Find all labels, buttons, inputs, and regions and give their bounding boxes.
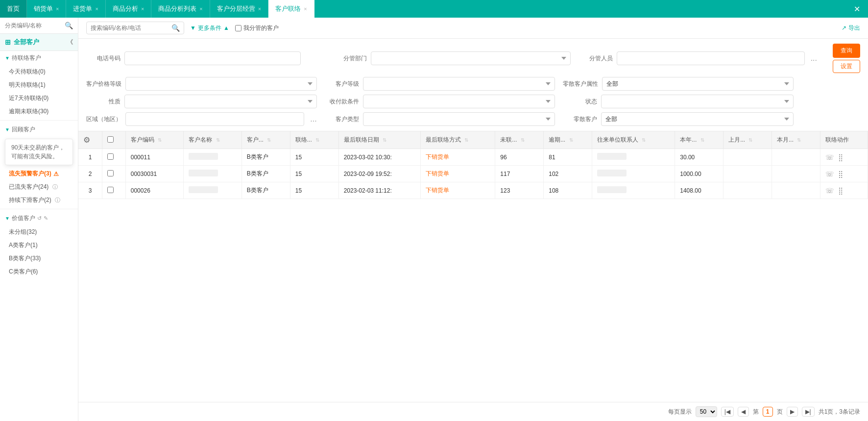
select-all-checkbox[interactable] [107,136,114,143]
export-btn[interactable]: ↗ 导出 [842,24,860,32]
sort-icon-overdue[interactable]: ⇅ [569,137,573,143]
tab-home[interactable]: 首页 [0,0,27,18]
tab-product-analysis-close[interactable]: × [141,6,144,12]
my-customers-check[interactable]: 我分管的客户 [235,24,279,32]
dept-label: 分管部门 [333,54,367,63]
payment-select[interactable] [363,95,555,108]
method-link[interactable]: 下销货单 [426,170,449,177]
sidebar-item-declining[interactable]: 持续下滑客户(2) ⓘ [4,194,78,207]
sidebar-item-class-a[interactable]: A类客户(1) [4,239,78,252]
refresh-icon[interactable]: ↺ [37,215,42,222]
row-checkbox[interactable] [107,153,114,160]
status-select[interactable] [601,95,794,108]
contact-icon[interactable]: ☏ [825,153,834,161]
sidebar-search-input[interactable] [5,22,63,29]
tab-purchase[interactable]: 进货单 × [66,0,105,18]
sort-icon-name[interactable]: ⇅ [216,137,220,143]
sort-icon-method[interactable]: ⇅ [464,137,468,143]
contact-icon[interactable]: ☏ [825,170,834,178]
warning-icon: ⚠ [53,171,59,177]
sort-icon-type[interactable]: ⇅ [267,137,271,143]
tab-customer-contact[interactable]: 客户联络 × [268,0,314,18]
close-all-icon[interactable]: ✕ [854,4,860,14]
gender-select[interactable] [124,95,317,108]
prev-page-btn[interactable]: ◀ [738,407,749,417]
row-contact: 15 [290,149,338,166]
method-link[interactable]: 下销货单 [426,187,449,194]
sort-icon-unit[interactable]: ⇅ [642,137,646,143]
edit-icon[interactable]: ✎ [44,215,48,222]
adv-filter-row-1: 电话号码 分管部门 分管人员 ... 查询 设置 [86,44,860,73]
sidebar-item-class-c[interactable]: C类客户(6) [4,265,78,278]
phone-input[interactable] [124,51,301,65]
tab-sales-close[interactable]: × [56,6,59,12]
sidebar-item-7days[interactable]: 近7天待联络(0) [4,92,78,105]
search-icon[interactable]: 🔍 [171,24,180,32]
customer-type-select[interactable] [363,112,555,126]
dept-select[interactable] [371,51,571,65]
tab-customer-contact-close[interactable]: × [304,6,307,12]
sidebar-item-today[interactable]: 今天待联络(0) [4,65,78,78]
sort-icon-lmonth[interactable]: ⇅ [748,137,752,143]
tab-product-analysis[interactable]: 商品分析 × [106,0,151,18]
method-link[interactable]: 下销货单 [426,153,449,160]
manager-dots-icon[interactable]: ... [811,54,817,63]
manager-input[interactable] [617,51,804,65]
more-actions-icon[interactable]: ⣿ [838,153,843,161]
gear-icon[interactable]: ⚙ [83,136,90,144]
row-checkbox[interactable] [107,170,114,176]
more-actions-icon[interactable]: ⣿ [838,187,843,195]
settings-button[interactable]: 设置 [833,60,860,73]
query-button[interactable]: 查询 [833,44,860,58]
row-last-method: 下销货单 [421,149,495,166]
tab-product-list[interactable]: 商品分析列表 × [151,0,210,18]
collapse-icon[interactable]: 《 [67,38,73,47]
tab-product-list-close[interactable]: × [199,6,202,12]
tab-purchase-close[interactable]: × [95,6,98,12]
area-dots-icon[interactable]: ... [310,115,316,124]
row-last-method: 下销货单 [421,166,495,182]
sidebar-item-class-b[interactable]: B类客户(33) [4,252,78,265]
arrow-down-icon: ▼ [5,55,10,61]
sort-icon-contact[interactable]: ⇅ [315,137,319,143]
sidebar-item-churn-warning[interactable]: 流失预警客户(3) ⚠ [4,167,78,180]
row-checkbox-cell [102,166,125,182]
sidebar-search-icon[interactable]: 🔍 [65,22,73,29]
customer-type-field: 客户类型 [325,112,555,126]
sidebar-content: ⊞ 全部客户 《 ▼ 待联络客户 今天待联络(0) 明天待联络(1) [0,34,78,421]
sidebar-group-value-title[interactable]: ▼ 价值客户 ↺ ✎ [0,211,78,225]
contact-icon[interactable]: ☏ [825,187,834,195]
sidebar-item-overdue[interactable]: 逾期未联络(30) [4,105,78,118]
my-customers-checkbox[interactable] [235,25,241,31]
zero-customer-select[interactable]: 全部 [601,112,794,126]
tab-customer-segment-close[interactable]: × [258,6,261,12]
sidebar-item-churned[interactable]: 已流失客户(24) ⓘ [4,180,78,194]
more-conditions-btn[interactable]: ▼ 更多条件 ▲ [190,24,229,32]
tab-customer-segment[interactable]: 客户分层经营 × [210,0,268,18]
tab-sales[interactable]: 销货单 × [27,0,66,18]
sort-icon-date[interactable]: ⇅ [383,137,386,143]
sidebar-item-ungroup[interactable]: 未分组(32) [4,225,78,239]
zero-attr-field: 零散客户属性 全部 [563,77,794,91]
sort-icon-not-contacted[interactable]: ⇅ [521,137,525,143]
sidebar-group-pending-title[interactable]: ▼ 待联络客户 [0,51,78,65]
sidebar-all-customers[interactable]: ⊞ 全部客户 《 [0,34,78,51]
last-page-btn[interactable]: ▶| [802,407,815,417]
payment-label: 收付款条件 [325,98,359,106]
sort-icon-code[interactable]: ⇅ [158,137,162,143]
customer-level-select[interactable] [363,77,555,91]
sort-icon-tmonth[interactable]: ⇅ [797,137,801,143]
zero-attr-select[interactable]: 全部 [602,77,794,91]
row-type: B类客户 [241,149,290,166]
more-actions-icon[interactable]: ⣿ [838,170,843,178]
sidebar-group-churn-title[interactable]: ▼ 回顾客户 [0,123,78,137]
first-page-btn[interactable]: |◀ [721,407,734,417]
search-input[interactable] [91,25,169,31]
price-level-select[interactable] [125,77,317,91]
area-input[interactable] [125,112,304,126]
row-checkbox[interactable] [107,187,114,193]
sidebar-item-tomorrow[interactable]: 明天待联络(1) [4,78,78,92]
sort-icon-year[interactable]: ⇅ [700,137,704,143]
per-page-select[interactable]: 50 [696,406,717,417]
next-page-btn[interactable]: ▶ [787,407,798,417]
